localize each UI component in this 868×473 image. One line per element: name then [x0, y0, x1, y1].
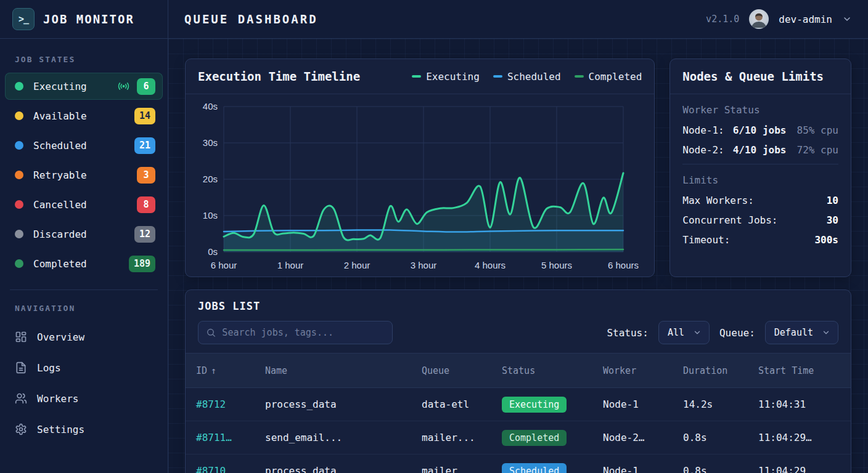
job-name: process_data	[255, 398, 411, 410]
state-label: Retryable	[33, 169, 87, 181]
svg-text:1 hour: 1 hour	[277, 260, 304, 270]
chevron-down-icon	[693, 328, 702, 337]
worker-name: Node-2:	[682, 144, 724, 156]
state-label: Available	[33, 110, 87, 122]
main-content: Execution Time Timeline Executing Schedu…	[168, 39, 868, 473]
state-count-badge: 8	[137, 196, 155, 213]
timeline-card-title: Execution Time Timeline	[198, 70, 360, 83]
table-row[interactable]: #8710 process_data mailer Scheduled Node…	[186, 455, 851, 473]
brand-area: >_ JOB MONITOR	[0, 0, 168, 39]
table-row[interactable]: #8712 process_data data-etl Executing No…	[186, 388, 851, 421]
worker-jobs: 4/10 jobs	[733, 144, 787, 156]
sidebar-item-retryable[interactable]: Retryable 3	[5, 161, 163, 188]
job-start-time: 11:04:29	[748, 465, 851, 473]
worker-row-node-1: Node-1: 6/10 jobs 85% cpu	[682, 124, 838, 136]
jobs-list-title: JOBS LIST	[198, 300, 838, 312]
column-header-id[interactable]: ID↑	[186, 365, 255, 376]
sidebar-item-completed[interactable]: Completed 189	[5, 250, 163, 277]
sort-ascending-icon: ↑	[211, 365, 216, 376]
queue-filter-value: Default	[774, 327, 813, 338]
logs-file-icon	[15, 362, 27, 374]
legend-label: Scheduled	[507, 71, 561, 83]
app-brand: JOB MONITOR	[43, 12, 134, 26]
limit-label: Timeout:	[682, 234, 730, 246]
column-header-status[interactable]: Status	[491, 365, 592, 376]
status-filter-select[interactable]: All	[658, 321, 710, 344]
workers-users-icon	[15, 392, 27, 405]
execution-timeline-card: Execution Time Timeline Executing Schedu…	[185, 59, 655, 277]
job-id-link[interactable]: #8712	[186, 398, 255, 410]
limit-row-max-workers: Max Workers: 10	[682, 195, 838, 206]
version-label: v2.1.0	[706, 14, 739, 25]
column-header-duration[interactable]: Duration	[673, 365, 748, 376]
completed-legend-dash-icon	[575, 75, 584, 78]
column-header-queue[interactable]: Queue	[411, 365, 491, 376]
job-id-link[interactable]: #8711…	[186, 432, 255, 443]
limit-value: 300s	[814, 234, 838, 246]
page-title: QUEUE DASHBOARD	[184, 12, 318, 26]
state-count-badge: 189	[129, 256, 155, 272]
worker-cpu: 72% cpu	[797, 144, 838, 156]
svg-text:6 hours: 6 hours	[608, 260, 639, 270]
worker-cpu: 85% cpu	[797, 124, 838, 136]
sidebar-item-settings[interactable]: Settings	[5, 414, 163, 445]
table-header-row: ID↑ Name Queue Status Worker Duration St…	[186, 353, 851, 388]
jobs-search[interactable]	[198, 321, 393, 344]
username-label[interactable]: dev-admin	[779, 14, 832, 25]
completed-dot-icon	[15, 259, 23, 268]
sidebar-item-logs[interactable]: Logs	[5, 352, 163, 383]
job-queue: data-etl	[411, 398, 491, 410]
limit-row-timeout: Timeout: 300s	[682, 234, 838, 246]
state-count-badge: 21	[134, 137, 155, 154]
legend-item-scheduled: Scheduled	[493, 71, 561, 83]
table-row[interactable]: #8711… send_email... mailer... Completed…	[186, 421, 851, 455]
queue-filter-select[interactable]: Default	[765, 321, 838, 344]
job-duration: 14.2s	[673, 398, 748, 410]
scheduled-dot-icon	[15, 141, 23, 150]
svg-text:6 hour: 6 hour	[211, 260, 237, 270]
status-badge: Executing	[502, 397, 567, 413]
state-label: Scheduled	[33, 140, 87, 152]
state-label: Executing	[33, 81, 87, 92]
user-avatar[interactable]	[749, 9, 769, 29]
available-dot-icon	[15, 111, 23, 120]
limits-header: Limits	[682, 174, 838, 186]
limit-label: Max Workers:	[682, 195, 754, 206]
sidebar-item-overview[interactable]: Overview	[5, 321, 163, 352]
timeline-chart: 0s10s20s30s40s6 hour1 hour2 hour3 hour4 …	[186, 94, 654, 279]
terminal-logo-icon: >_	[12, 8, 35, 30]
settings-gear-icon	[15, 423, 27, 435]
column-header-worker[interactable]: Worker	[592, 365, 673, 376]
overview-grid-icon	[15, 331, 27, 343]
sidebar: JOB STATES Executing 6 Available 14 Sche…	[0, 39, 168, 473]
user-menu-chevron-down-icon[interactable]	[842, 14, 852, 24]
job-start-time: 11:04:29…	[748, 432, 851, 443]
sidebar-item-discarded[interactable]: Discarded 12	[5, 220, 163, 248]
sidebar-item-scheduled[interactable]: Scheduled 21	[5, 132, 163, 159]
column-header-name[interactable]: Name	[255, 365, 411, 376]
scheduled-legend-dash-icon	[493, 75, 502, 78]
sidebar-item-workers[interactable]: Workers	[5, 383, 163, 414]
discarded-dot-icon	[15, 230, 23, 238]
search-input[interactable]	[222, 327, 385, 338]
top-bar: QUEUE DASHBOARD v2.1.0 dev-admin	[168, 0, 868, 39]
state-label: Discarded	[33, 228, 87, 240]
job-id-link[interactable]: #8710	[186, 465, 255, 473]
legend-label: Completed	[589, 71, 642, 83]
job-worker: Node-1	[592, 465, 673, 473]
state-count-badge: 6	[137, 78, 155, 95]
sidebar-item-available[interactable]: Available 14	[5, 102, 163, 129]
job-states-header: JOB STATES	[15, 55, 163, 64]
worker-name: Node-1:	[682, 124, 724, 136]
state-count-badge: 12	[134, 226, 155, 243]
status-badge: Scheduled	[502, 463, 567, 473]
legend-label: Executing	[426, 71, 480, 83]
state-count-badge: 14	[134, 108, 155, 124]
svg-text:40s: 40s	[203, 101, 218, 111]
sidebar-item-executing[interactable]: Executing 6	[5, 73, 163, 100]
limit-value: 30	[827, 214, 838, 226]
column-header-start-time[interactable]: Start Time	[748, 365, 851, 376]
nav-label: Workers	[37, 393, 78, 405]
cancelled-dot-icon	[15, 200, 23, 209]
sidebar-item-cancelled[interactable]: Cancelled 8	[5, 191, 163, 218]
